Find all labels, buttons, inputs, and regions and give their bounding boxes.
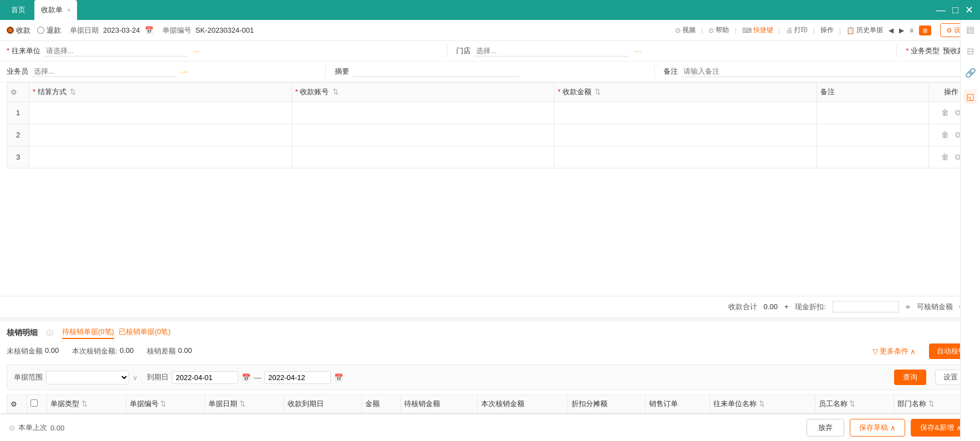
summary-input[interactable] (353, 66, 519, 77)
wt-select-all[interactable] (30, 399, 38, 407)
row-3-account[interactable] (292, 146, 554, 168)
nav-tab-receipt[interactable]: 收款单 × (34, 0, 77, 20)
sum-discount-input[interactable] (833, 301, 899, 312)
nav-tab-label: 收款单 (41, 5, 63, 15)
discard-button[interactable]: 放弃 (807, 419, 844, 437)
table-settings-header[interactable]: ⚙ (7, 83, 29, 102)
due-date-from-input[interactable] (172, 371, 238, 384)
store-more-btn[interactable]: ··· (632, 47, 644, 55)
query-button[interactable]: 查询 (894, 370, 926, 385)
radio-refund[interactable]: 退款 (37, 25, 61, 35)
window-close-btn[interactable]: ✕ (963, 4, 976, 16)
help-label: 帮助 (716, 25, 729, 35)
staff-input[interactable] (32, 66, 176, 77)
action-shortcut[interactable]: ⌨ 快捷键 (742, 25, 773, 35)
sort-icon[interactable]: ⇅ (759, 399, 765, 408)
writeoff-table: ⚙ 单据类型 ⇅ 单据编号 ⇅ 单据日期 ⇅ (7, 394, 973, 413)
row-2-delete-btn[interactable]: 🗑 (939, 129, 951, 140)
store-group: 门店 ··· (456, 45, 887, 57)
radio-receipt-input[interactable] (7, 27, 14, 34)
nav-home[interactable]: 首页 (4, 0, 32, 20)
wt-col-due: 收款到期日 (284, 395, 361, 413)
radio-refund-input[interactable] (37, 27, 44, 34)
writeoff-section: 核销明细 ⓘ 待核销单据(0笔) 已核销单据(0笔) 未核销金额 0.00 本次… (0, 321, 980, 413)
writeoff-info-icon[interactable]: ⓘ (47, 329, 53, 338)
col-settlement-header: * 结算方式 ⇅ (29, 83, 292, 102)
action-help[interactable]: ⊙ 帮助 (708, 25, 729, 35)
row-2-account[interactable] (292, 124, 554, 146)
row-2-settlement[interactable] (29, 124, 292, 146)
sum-discount-label: 现金折扣: (795, 302, 826, 312)
row-3-delete-btn[interactable]: 🗑 (939, 151, 951, 162)
footer-amount: 0.00 (50, 424, 64, 432)
radio-receipt[interactable]: 收款 (7, 25, 30, 35)
right-panel-list-icon[interactable]: ⊟ (967, 46, 974, 57)
sort-icon[interactable]: ⇅ (160, 399, 166, 408)
amount-sort-icon[interactable]: ⇅ (595, 88, 601, 96)
window-max-btn[interactable]: □ (950, 4, 961, 16)
due-date-to-input[interactable] (264, 371, 331, 384)
right-panel-link-icon[interactable]: 🔗 (965, 68, 976, 78)
doc-date-cal-icon[interactable]: 📅 (145, 26, 154, 34)
action-video[interactable]: ⊙ 视频 (675, 25, 696, 35)
range-group: 单据范围 ∨ (14, 371, 138, 384)
action-ops[interactable]: 操作 (820, 25, 834, 35)
wt-col-discount: 折扣分摊额 (568, 395, 646, 413)
row-1-amount[interactable] (554, 102, 817, 124)
right-panel-expand-icon[interactable]: ◱ (964, 89, 977, 104)
wt-gear-icon[interactable]: ⚙ (11, 400, 17, 408)
action-nav-prev[interactable]: ◀ (889, 27, 894, 34)
action-history[interactable]: 📋 历史单据 (846, 25, 883, 35)
table-gear-icon[interactable]: ⚙ (11, 88, 17, 96)
settlement-sort-icon[interactable]: ⇅ (70, 88, 76, 96)
this-time-value: 0.00 (120, 346, 134, 356)
right-panel: ▤ ⊟ 🔗 ◱ (960, 20, 980, 441)
due-date-from-cal[interactable]: 📅 (242, 373, 251, 382)
range-label: 单据范围 (14, 372, 43, 382)
row-1-remark[interactable] (816, 102, 928, 124)
doc-no-value: SK-20230324-001 (196, 26, 254, 34)
unverified-value: 0.00 (45, 346, 59, 356)
chevron-icon: ∧ (910, 347, 916, 356)
row-3-remark[interactable] (816, 146, 928, 168)
row-3-amount[interactable] (554, 146, 817, 168)
stat-this-time: 本次核销金额: 0.00 (72, 346, 134, 356)
tab-pending[interactable]: 待核销单据(0笔) (62, 327, 114, 339)
wt-settings-header[interactable]: ⚙ (7, 395, 27, 413)
wt-checkbox-header[interactable] (27, 395, 47, 413)
account-sort-icon[interactable]: ⇅ (333, 88, 339, 96)
action-print[interactable]: 🖨 打印 (786, 25, 808, 35)
row-3-settlement[interactable] (29, 146, 292, 168)
due-date-to-cal[interactable]: 📅 (334, 373, 343, 382)
action-nav-next[interactable]: ▶ (899, 27, 904, 34)
row-2-remark[interactable] (816, 124, 928, 146)
remark-input[interactable] (681, 66, 973, 77)
partner-label: 往来单位 (7, 46, 40, 56)
summary-group: 摘要 (335, 66, 645, 77)
receipt-type-group: 收款 退款 (7, 25, 61, 35)
more-conditions-btn[interactable]: ▽ 更多条件 ∧ (872, 346, 916, 356)
action-detail-view[interactable]: ≣ (919, 25, 931, 35)
stat-unverified: 未核销金额 0.00 (7, 346, 59, 356)
partner-more-btn[interactable]: ··· (191, 47, 202, 55)
row-1-settlement[interactable] (29, 102, 292, 124)
sort-icon[interactable]: ⇅ (928, 399, 935, 408)
sort-icon[interactable]: ⇅ (81, 399, 88, 408)
partner-input[interactable] (44, 45, 188, 57)
tab-done[interactable]: 已核销单据(0笔) (119, 327, 171, 339)
save-draft-button[interactable]: 保存草稿 ∧ (850, 419, 905, 437)
row-1-account[interactable] (292, 102, 554, 124)
sort-icon[interactable]: ⇅ (849, 399, 855, 408)
sort-icon[interactable]: ⇅ (239, 399, 246, 408)
nav-tab-close[interactable]: × (67, 7, 70, 13)
staff-more-btn[interactable]: ··· (179, 67, 190, 76)
right-panel-table-icon[interactable]: ▤ (966, 24, 974, 35)
store-input[interactable] (474, 45, 629, 57)
row-1-delete-btn[interactable]: 🗑 (939, 107, 951, 118)
history-icon: 📋 (846, 27, 855, 34)
range-select[interactable] (46, 371, 129, 384)
window-min-btn[interactable]: — (933, 4, 948, 16)
action-list-view[interactable]: ≡ (910, 27, 913, 34)
col-amount-header: * 收款金额 ⇅ (554, 83, 817, 102)
row-2-amount[interactable] (554, 124, 817, 146)
